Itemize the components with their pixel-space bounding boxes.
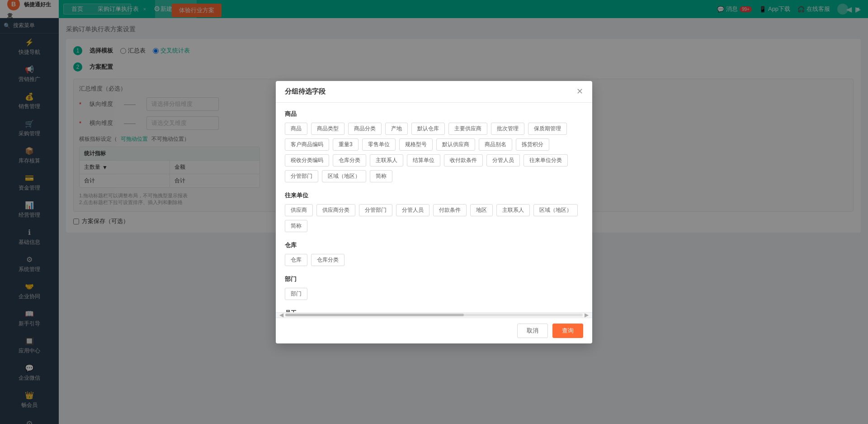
- field-tag[interactable]: 供应商分类: [316, 204, 355, 216]
- section-partner-tags: 供应商 供应商分类 分管部门 分管人员 付款条件 地区 主联系人 区域（地区） …: [285, 204, 583, 232]
- hscroll-thumb: [285, 314, 464, 316]
- section-department-tags: 部门: [285, 288, 583, 300]
- field-tag[interactable]: 分管人员: [396, 204, 429, 216]
- section-partner-title: 往来单位: [285, 191, 583, 200]
- hscroll-track[interactable]: [285, 314, 583, 316]
- field-tag[interactable]: 零售单位: [362, 138, 396, 151]
- section-partner: 往来单位 供应商 供应商分类 分管部门 分管人员 付款条件 地区 主联系人 区域…: [285, 191, 583, 232]
- field-tag[interactable]: 主要供应商: [448, 123, 487, 135]
- field-tag[interactable]: 供应商: [285, 204, 313, 216]
- field-tag[interactable]: 默认仓库: [411, 123, 445, 135]
- field-tag[interactable]: 仓库: [285, 254, 307, 266]
- modal-close-icon[interactable]: ✕: [576, 87, 583, 95]
- field-tag[interactable]: 商品别名: [479, 138, 512, 151]
- field-tag[interactable]: 区域（地区）: [322, 170, 366, 182]
- section-goods-tags: 商品 商品类型 商品分类 产地 默认仓库 主要供应商 批次管理 保质期管理 客户…: [285, 123, 583, 182]
- field-tag[interactable]: 重量3: [333, 138, 359, 151]
- modal-title: 分组待选字段: [285, 87, 326, 96]
- field-tag[interactable]: 地区: [470, 204, 493, 216]
- field-tag[interactable]: 简称: [285, 220, 307, 232]
- section-department-title: 部门: [285, 275, 583, 283]
- field-tag[interactable]: 客户商品编码: [285, 138, 329, 151]
- section-employee: 员工 业务员: [285, 309, 583, 312]
- field-tag[interactable]: 主联系人: [496, 204, 530, 216]
- section-employee-title: 员工: [285, 309, 583, 312]
- section-department: 部门 部门: [285, 275, 583, 300]
- field-tag[interactable]: 主联系人: [370, 154, 403, 167]
- field-tag[interactable]: 分管人员: [486, 154, 520, 167]
- field-tag[interactable]: 商品分类: [348, 123, 382, 135]
- field-tag[interactable]: 付款条件: [433, 204, 467, 216]
- field-tag[interactable]: 产地: [385, 123, 408, 135]
- field-tag[interactable]: 仓库分类: [311, 254, 344, 266]
- field-tag[interactable]: 默认供应商: [436, 138, 475, 151]
- modal-overlay: 分组待选字段 ✕ 商品 商品 商品类型 商品分类 产地 默认仓库 主要供应商 批…: [0, 0, 868, 424]
- field-tag[interactable]: 仓库分类: [333, 154, 366, 167]
- field-tag[interactable]: 商品类型: [311, 123, 344, 135]
- section-goods: 商品 商品 商品类型 商品分类 产地 默认仓库 主要供应商 批次管理 保质期管理…: [285, 110, 583, 182]
- field-tag[interactable]: 区域（地区）: [533, 204, 578, 216]
- section-warehouse: 仓库 仓库 仓库分类: [285, 241, 583, 266]
- field-tag[interactable]: 保质期管理: [528, 123, 567, 135]
- field-tag[interactable]: 部门: [285, 288, 307, 300]
- field-tag[interactable]: 税收分类编码: [285, 154, 329, 167]
- field-tag[interactable]: 拣货积分: [516, 138, 549, 151]
- modal-hscroll[interactable]: ◀ ▶: [276, 312, 592, 318]
- field-tag[interactable]: 批次管理: [491, 123, 524, 135]
- confirm-button[interactable]: 查询: [552, 324, 583, 338]
- cancel-button[interactable]: 取消: [517, 324, 548, 338]
- field-tag[interactable]: 分管部门: [359, 204, 392, 216]
- modal-body[interactable]: 商品 商品 商品类型 商品分类 产地 默认仓库 主要供应商 批次管理 保质期管理…: [276, 103, 592, 312]
- field-tag[interactable]: 往来单位分类: [524, 154, 568, 167]
- field-tag[interactable]: 商品: [285, 123, 307, 135]
- field-tag[interactable]: 规格型号: [399, 138, 433, 151]
- section-warehouse-title: 仓库: [285, 241, 583, 249]
- field-tag[interactable]: 简称: [370, 170, 392, 182]
- field-tag[interactable]: 分管部门: [285, 170, 318, 182]
- section-goods-title: 商品: [285, 110, 583, 118]
- modal-header: 分组待选字段 ✕: [276, 81, 592, 103]
- field-tag[interactable]: 收付款条件: [444, 154, 483, 167]
- field-tag[interactable]: 结算单位: [407, 154, 440, 167]
- modal-footer: 取消 查询: [276, 318, 592, 343]
- modal-dialog: 分组待选字段 ✕ 商品 商品 商品类型 商品分类 产地 默认仓库 主要供应商 批…: [276, 81, 592, 343]
- section-warehouse-tags: 仓库 仓库分类: [285, 254, 583, 266]
